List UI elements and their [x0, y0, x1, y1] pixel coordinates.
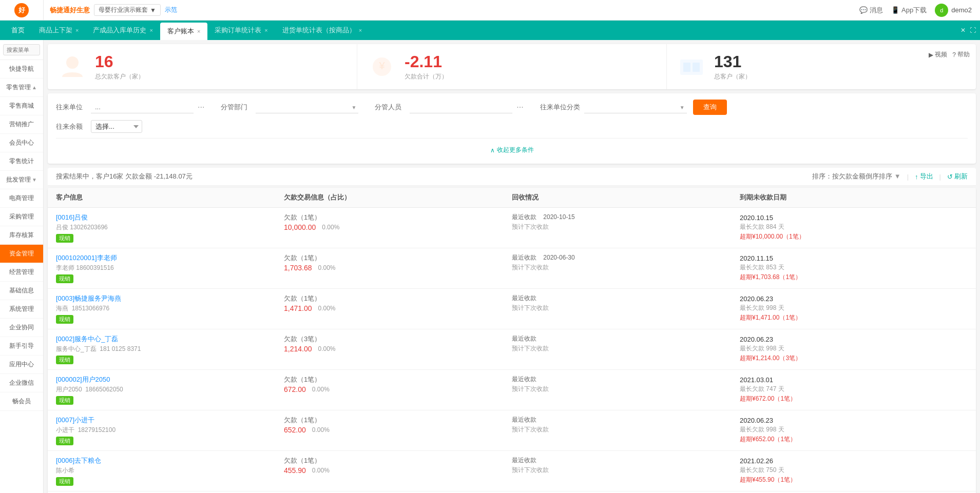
- app-name-area: 畅捷通好生意 母婴行业演示账套 ▼ 示范: [44, 4, 859, 16]
- overdue-info-5: 2020.06.23 最长欠款 998 天 超期¥652.00（1笔）: [740, 416, 968, 444]
- customer-info-4: [000002]用户2050 用户2050 18665062050 现销: [56, 375, 284, 405]
- industry-selector[interactable]: 母婴行业演示账套 ▼: [94, 4, 161, 16]
- table-row: [0002]服务中心_丁磊 服务中心_丁磊 181 0125 8371 现销 欠…: [48, 329, 976, 370]
- stat-debt-amount-text: -2.11 欠款合计（万）: [405, 52, 656, 81]
- tab-product-offline[interactable]: 商品上下架 ×: [32, 21, 86, 40]
- customer-sub-1: 李老师 18600391516: [56, 264, 284, 272]
- sidebar-item-basic-info[interactable]: 基础信息: [0, 282, 43, 300]
- overdue-link-0[interactable]: 超期¥10,000.00（1笔）: [740, 232, 968, 241]
- manager-dots[interactable]: ···: [516, 103, 523, 112]
- sidebar-item-purchase[interactable]: 采购管理: [0, 208, 43, 226]
- svg-rect-4: [683, 63, 690, 72]
- sidebar-item-member[interactable]: 畅会员: [0, 392, 43, 411]
- sidebar-item-retail-stats[interactable]: 零售统计: [0, 152, 43, 171]
- debt-customers-icon: [58, 52, 87, 81]
- dept-label: 分管部门: [221, 103, 252, 112]
- close-tab-purchase-order[interactable]: ×: [264, 27, 267, 33]
- customer-name-1[interactable]: [0001020001]李老师: [56, 254, 117, 262]
- sidebar-item-quicknav[interactable]: 快捷导航: [0, 60, 43, 78]
- overdue-link-2[interactable]: 超期¥1,471.00（1笔）: [740, 313, 968, 322]
- overdue-link-5[interactable]: 超期¥652.00（1笔）: [740, 435, 968, 444]
- collection-info-6: 最近收款 预计下次收款: [512, 456, 740, 475]
- refresh-btn[interactable]: ↺ 刷新: [947, 172, 968, 181]
- stat-total-customers: 131 总客户（家） ▶ 视频 ? 帮助: [667, 44, 976, 89]
- overdue-info-0: 2020.10.15 最长欠款 884 天 超期¥10,000.00（1笔）: [740, 213, 968, 241]
- result-summary: 搜索结果中，客户16家 欠款金额 -21,148.07元: [56, 172, 193, 181]
- sidebar-item-guide[interactable]: 新手引导: [0, 337, 43, 356]
- table-header: 客户信息 欠款交易信息（占比） 回收情况 到期未收款日期: [48, 188, 976, 208]
- message-btn[interactable]: 💬 消息: [859, 6, 883, 15]
- debt-amount-icon: ¥: [368, 52, 396, 81]
- sort-label: 排序：按欠款金额倒序排序 ▼: [812, 172, 901, 181]
- sidebar-item-enterprise-collab[interactable]: 企业协同: [0, 319, 43, 337]
- overdue-link-1[interactable]: 超期¥1,703.68（1笔）: [740, 273, 968, 282]
- view-video-btn[interactable]: ▶ 视频: [929, 50, 947, 59]
- close-tab-product-offline[interactable]: ×: [75, 27, 79, 33]
- customer-name-0[interactable]: [0016]吕俊: [56, 213, 88, 221]
- balance-select[interactable]: 选择...: [91, 120, 142, 133]
- stats-bar: 16 总欠款客户（家） ¥ -2.11 欠款合计（万）: [48, 44, 976, 89]
- filter-row-2: 往来余额 选择...: [56, 120, 968, 133]
- close-tab-production-history[interactable]: ×: [149, 27, 152, 33]
- from-unit-input[interactable]: [91, 101, 194, 113]
- tab-purchase-stats[interactable]: 进货单统计表（按商品） ×: [275, 21, 369, 40]
- from-unit-dots[interactable]: ···: [198, 103, 204, 112]
- tab-purchase-order[interactable]: 采购订单统计表 ×: [207, 21, 275, 40]
- sidebar-item-ecommerce[interactable]: 电商管理: [0, 189, 43, 208]
- customer-name-2[interactable]: [0003]畅捷服务尹海燕: [56, 294, 121, 302]
- logo-area: 好: [0, 0, 44, 20]
- debt-customers-label: 总欠款客户（家）: [95, 72, 347, 81]
- sidebar-item-member-center[interactable]: 会员中心: [0, 134, 43, 152]
- user-menu[interactable]: d demo2: [935, 4, 972, 17]
- sidebar-item-retail-mall[interactable]: 零售商城: [0, 97, 43, 115]
- app-name: 畅捷通好生意: [50, 6, 90, 15]
- debt-info-5: 欠款（1笔） 652.00 0.00%: [284, 416, 512, 434]
- result-actions: 排序：按欠款金额倒序排序 ▼ | ↑ 导出 | ↺ 刷新: [812, 172, 968, 181]
- sidebar-item-wechat[interactable]: 企业微信: [0, 374, 43, 392]
- sidebar-item-marketing[interactable]: 营销推广: [0, 115, 43, 134]
- collapse-row: ∧ 收起更多条件: [56, 138, 968, 157]
- tabs-fullscreen-btn[interactable]: ⛶: [970, 27, 976, 34]
- collapse-btn[interactable]: ∧ 收起更多条件: [56, 143, 968, 157]
- sidebar-item-wholesale[interactable]: 批发管理 ▼: [0, 171, 43, 189]
- sidebar-item-inventory[interactable]: 库存核算: [0, 226, 43, 245]
- overdue-link-6[interactable]: 超期¥455.90（1笔）: [740, 476, 968, 484]
- tab-customer-account[interactable]: 客户账本 ×: [160, 23, 207, 40]
- help-btn[interactable]: ? 帮助: [952, 50, 970, 59]
- customer-sub-6: 陈小希: [56, 466, 284, 475]
- tab-production-history[interactable]: 产成品入库单历史 ×: [86, 21, 160, 40]
- debt-info-2: 欠款（1笔） 1,471.00 0.00%: [284, 294, 512, 312]
- customer-name-6[interactable]: [0006]去下粮仓: [56, 457, 101, 464]
- col-header-collection: 回收情况: [512, 193, 740, 202]
- customer-info-6: [0006]去下粮仓 陈小希 现销: [56, 456, 284, 486]
- collapse-icon: ∧: [490, 147, 495, 154]
- sidebar-search-input[interactable]: [3, 44, 40, 55]
- tabs-expand-btn[interactable]: ✕: [960, 27, 966, 34]
- overdue-link-4[interactable]: 超期¥672.00（1笔）: [740, 395, 968, 403]
- sidebar-item-app-center[interactable]: 应用中心: [0, 356, 43, 374]
- search-button[interactable]: 查询: [693, 100, 727, 115]
- close-tab-purchase-stats[interactable]: ×: [359, 27, 362, 33]
- switch-link[interactable]: 示范: [165, 6, 177, 14]
- dept-input[interactable]: [256, 101, 358, 113]
- export-btn[interactable]: ↑ 导出: [915, 172, 933, 181]
- customer-name-5[interactable]: [0007]小进干: [56, 416, 94, 424]
- tabs-controls: ✕ ⛶: [960, 27, 976, 34]
- unit-category-input[interactable]: [584, 101, 687, 113]
- chevron-icon-wholesale: ▼: [32, 177, 37, 183]
- sidebar-item-operations[interactable]: 经营管理: [0, 263, 43, 282]
- manager-input[interactable]: [410, 101, 512, 113]
- customer-name-4[interactable]: [000002]用户2050: [56, 376, 110, 383]
- customer-name-3[interactable]: [0002]服务中心_丁磊: [56, 335, 118, 343]
- sidebar-item-system[interactable]: 系统管理: [0, 300, 43, 319]
- tab-home[interactable]: 首页: [4, 21, 32, 40]
- customer-sub-0: 吕俊 13026203696: [56, 223, 284, 232]
- debt-amount-0: 10,000.00: [284, 223, 316, 231]
- sidebar-item-retail-mgmt[interactable]: 零售管理 ▲: [0, 78, 43, 97]
- overdue-link-3[interactable]: 超期¥1,214.00（3笔）: [740, 354, 968, 363]
- app-download-btn[interactable]: 📱 App下载: [891, 6, 927, 15]
- table-row: [0006]去下粮仓 陈小希 现销 欠款（1笔） 455.90 0.00% 最近…: [48, 451, 976, 491]
- sidebar-item-finance[interactable]: 资金管理: [0, 245, 43, 263]
- close-tab-customer-account[interactable]: ×: [197, 28, 200, 34]
- filter-manager: 分管人员 ···: [375, 101, 523, 113]
